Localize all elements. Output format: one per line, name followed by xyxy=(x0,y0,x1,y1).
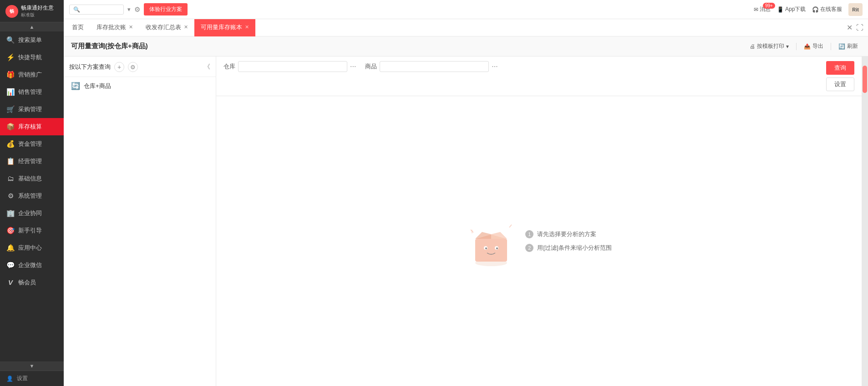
sidebar-item-label: 系统管理 xyxy=(18,192,42,200)
sidebar-item-label: 经营管理 xyxy=(18,157,42,165)
scrollbar-thumb[interactable] xyxy=(863,66,867,93)
topbar-search-box[interactable]: 🔍 xyxy=(69,5,124,15)
empty-illustration xyxy=(466,218,512,264)
tab-batch-label: 库存批次账 xyxy=(96,23,126,31)
sidebar-item-guide[interactable]: 🎯 新手引导 xyxy=(0,222,64,239)
sidebar-item-label: 搜索菜单 xyxy=(18,36,42,44)
sidebar-item-system[interactable]: ⚙ 系统管理 xyxy=(0,187,64,205)
sidebar-item-label: 采购管理 xyxy=(18,105,42,113)
refresh-button[interactable]: 🔄 刷新 xyxy=(836,41,861,51)
username-display: Rit xyxy=(852,7,859,12)
sidebar-item-label: 快捷导航 xyxy=(18,53,42,62)
user-avatar[interactable]: Rit xyxy=(848,3,863,16)
filter-collapse-button[interactable]: 《 xyxy=(204,63,210,71)
sidebar-item-enterprise[interactable]: 🏢 企业协同 xyxy=(0,205,64,222)
service-button[interactable]: 🎧 在线客服 xyxy=(812,5,842,13)
sidebar-item-operations[interactable]: 📋 经营管理 xyxy=(0,153,64,170)
tabs-end: ✕ ⛶ xyxy=(847,23,868,32)
refresh-label: 刷新 xyxy=(847,42,858,50)
tab-close-all-button[interactable]: ✕ xyxy=(847,23,853,32)
goods-input[interactable] xyxy=(380,61,489,72)
message-icon: ✉ xyxy=(754,6,758,13)
target-icon: 🎯 xyxy=(6,226,15,235)
sidebar-item-search[interactable]: 🔍 搜索菜单 xyxy=(0,31,64,49)
sidebar: 畅 畅康通好生意 标准版 ▲ 🔍 搜索菜单 ⚡ 快捷导航 🎁 营销推广 📊 销售… xyxy=(0,0,64,386)
sidebar-item-appstore[interactable]: 🔔 应用中心 xyxy=(0,239,64,257)
sidebar-item-basic[interactable]: 🗂 基础信息 xyxy=(0,170,64,187)
topbar-right: ✉ 消息 99+ 📱 App下载 🎧 在线客服 Rit xyxy=(754,3,863,16)
tab-summary-label: 收发存汇总表 xyxy=(146,23,181,31)
sidebar-item-wechat[interactable]: 💬 企业微信 xyxy=(0,257,64,274)
search-icon: 🔍 xyxy=(6,36,15,44)
app-download-button[interactable]: 📱 App下载 xyxy=(777,5,806,13)
money-icon: 💰 xyxy=(6,140,15,148)
print-button[interactable]: 🖨 按模板打印 ▾ xyxy=(747,41,792,51)
warehouse-input[interactable] xyxy=(238,61,347,72)
query-row: 仓库 ··· 商品 ··· 查询 设置 xyxy=(216,57,862,96)
query-action-buttons: 查询 设置 xyxy=(826,57,862,96)
tab-available-close[interactable]: ✕ xyxy=(245,24,249,30)
tab-summary[interactable]: 收发存汇总表 ✕ xyxy=(139,19,194,36)
sidebar-company-name: 畅康通好生意 xyxy=(21,5,54,12)
sidebar-item-label: 资金管理 xyxy=(18,140,42,148)
filter-header-label: 按以下方案查询 xyxy=(69,63,111,71)
lightning-icon: ⚡ xyxy=(6,53,15,62)
gift-icon: 🎁 xyxy=(6,71,15,79)
sidebar-username: 设置 xyxy=(17,375,28,382)
wechat-icon: 💬 xyxy=(6,261,15,269)
tab-batch[interactable]: 库存批次账 ✕ xyxy=(90,19,139,36)
dropdown-arrow-icon[interactable]: ▾ xyxy=(127,6,131,13)
tab-home[interactable]: 首页 xyxy=(66,19,90,36)
empty-state: 1 请先选择要分析的方案 2 用[过滤]条件来缩小分析范围 xyxy=(216,96,862,386)
tip-num-2: 2 xyxy=(525,244,533,252)
message-button[interactable]: ✉ 消息 99+ xyxy=(754,5,771,13)
service-label: 在线客服 xyxy=(820,5,842,13)
sidebar-item-purchase[interactable]: 🛒 采购管理 xyxy=(0,101,64,118)
trial-button[interactable]: 体验行业方案 xyxy=(144,3,188,15)
sidebar-edition: 标准版 xyxy=(21,12,54,18)
export-label: 导出 xyxy=(812,42,823,50)
filter-settings-button[interactable]: ⚙ xyxy=(128,62,138,72)
tab-available[interactable]: 可用量库存账本 ✕ xyxy=(194,19,255,36)
sidebar-item-finance[interactable]: 💰 资金管理 xyxy=(0,135,64,153)
page-header-actions: 🖨 按模板打印 ▾ 📤 导出 🔄 刷新 xyxy=(747,41,861,51)
sidebar-scroll-up[interactable]: ▲ xyxy=(0,22,64,31)
sidebar-item-sales[interactable]: 📊 销售管理 xyxy=(0,83,64,101)
sidebar-item-marketing[interactable]: 🎁 营销推广 xyxy=(0,66,64,83)
tab-summary-close[interactable]: ✕ xyxy=(184,24,188,30)
tab-batch-close[interactable]: ✕ xyxy=(129,24,133,30)
warehouse-more-icon[interactable]: ··· xyxy=(350,62,356,71)
folder-icon: 🗂 xyxy=(6,175,15,182)
sidebar-bottom[interactable]: 👤 设置 xyxy=(0,371,64,386)
settings-button[interactable]: 设置 xyxy=(826,77,854,91)
sidebar-item-label: 库存核算 xyxy=(18,123,42,131)
warehouse-label: 仓库 xyxy=(223,62,235,71)
filter-add-button[interactable]: + xyxy=(114,62,124,72)
vip-icon: V xyxy=(6,278,15,286)
svg-point-9 xyxy=(496,247,498,249)
sidebar-item-shortcut[interactable]: ⚡ 快捷导航 xyxy=(0,49,64,66)
goods-label: 商品 xyxy=(365,62,377,71)
warehouse-field: 仓库 ··· xyxy=(223,61,356,72)
sidebar-header: 畅 畅康通好生意 标准版 xyxy=(0,0,64,22)
print-dropdown-icon: ▾ xyxy=(786,43,789,50)
tab-available-label: 可用量库存账本 xyxy=(201,23,242,31)
filter-panel: 按以下方案查询 + ⚙ 《 🔄 仓库+商品 xyxy=(64,57,216,386)
empty-tip-2: 2 用[过滤]条件来缩小分析范围 xyxy=(525,244,611,252)
sidebar-item-label: 畅会员 xyxy=(18,278,36,287)
filter-item-warehouse-goods[interactable]: 🔄 仓库+商品 xyxy=(64,77,216,95)
sidebar-scroll-down[interactable]: ▼ xyxy=(0,361,64,371)
content-area: 按以下方案查询 + ⚙ 《 🔄 仓库+商品 仓库 ··· xyxy=(64,57,868,386)
divider xyxy=(796,43,797,50)
export-button[interactable]: 📤 导出 xyxy=(801,41,826,51)
gear-icon[interactable]: ⚙ xyxy=(134,5,140,14)
query-fields: 仓库 ··· 商品 ··· xyxy=(216,57,826,77)
right-scrollbar[interactable] xyxy=(862,57,868,386)
print-label: 按模板打印 xyxy=(757,42,784,50)
page-header: 可用量查询(按仓库+商品) 🖨 按模板打印 ▾ 📤 导出 🔄 刷新 xyxy=(64,36,868,57)
tab-expand-button[interactable]: ⛶ xyxy=(856,24,863,32)
sidebar-item-member[interactable]: V 畅会员 xyxy=(0,274,64,291)
sidebar-item-inventory[interactable]: 📦 库存核算 xyxy=(0,118,64,135)
query-button[interactable]: 查询 xyxy=(826,61,854,75)
goods-more-icon[interactable]: ··· xyxy=(492,62,497,71)
